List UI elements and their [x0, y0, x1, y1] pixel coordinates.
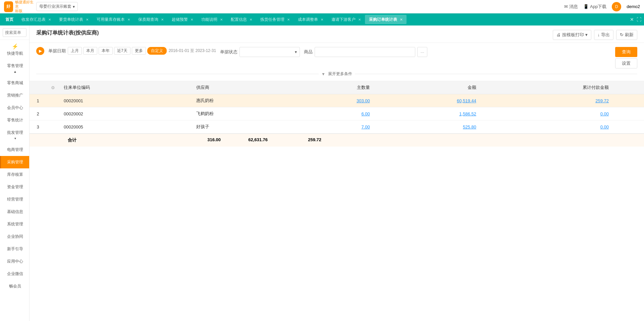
- tab-baoshanqi[interactable]: 保质期查询 ✕: [134, 15, 168, 24]
- tab-keyongliang[interactable]: 可用量库存账本 ✕: [93, 15, 134, 24]
- close-tab-yaoqing[interactable]: ✕: [358, 18, 361, 21]
- close-tab-keyongliang[interactable]: ✕: [127, 18, 130, 21]
- sidebar-item-member[interactable]: 会员中心: [0, 102, 29, 114]
- export-button[interactable]: ↓ 导出: [594, 30, 614, 40]
- sidebar-item-marketing[interactable]: 营销推广: [0, 89, 29, 102]
- date-range-display: 2016-01-01 至 2023-12-31: [169, 48, 216, 54]
- sidebar-search-input[interactable]: [3, 28, 26, 37]
- close-tab-caigou[interactable]: ✕: [400, 18, 402, 21]
- row-num-2: 3: [30, 120, 46, 133]
- date-filter-label: 单据日期: [48, 48, 66, 54]
- sidebar-item-operations[interactable]: 经营管理: [0, 193, 29, 206]
- tab-chaochuyujing[interactable]: 超储预警 ✕: [168, 15, 197, 24]
- nav-right-icons: ✕ ⛶: [630, 17, 643, 22]
- last-7days-button[interactable]: 近7天: [114, 47, 130, 55]
- app-download-button[interactable]: 📱 App下载: [583, 4, 606, 10]
- col-extra-header: [613, 81, 644, 94]
- col-paid-header: 累计付款金额: [480, 81, 613, 94]
- sidebar-item-wechat[interactable]: 企业微信: [0, 268, 29, 280]
- sidebar-item-ecommerce[interactable]: 电商管理: [0, 144, 29, 156]
- column-settings-icon[interactable]: ⚙: [51, 85, 55, 90]
- sidebar-item-retail-stats[interactable]: 零售统计: [0, 114, 29, 126]
- row-amount-1[interactable]: 1,586.52: [374, 107, 480, 120]
- logo-icon: 好: [4, 1, 13, 12]
- close-tab-peizhi[interactable]: ✕: [250, 18, 252, 21]
- row-supplier-2: 好孩子: [192, 120, 291, 133]
- row-amount-2[interactable]: 525.80: [374, 120, 480, 133]
- close-all-tabs-icon[interactable]: ✕: [630, 17, 634, 22]
- settings-button[interactable]: 设置: [615, 58, 637, 68]
- col-quantity-header: 主数量: [291, 81, 374, 94]
- date-shortcuts: 上月 本月 本年 近7天 更多 自定义: [68, 47, 167, 55]
- tab-shoufahuihui[interactable]: 收发存汇总表 ✕: [17, 15, 55, 24]
- tab-peizhi[interactable]: 配置信息 ✕: [227, 15, 256, 24]
- row-paid-1[interactable]: 0.00: [480, 107, 613, 120]
- row-check-1: [46, 107, 60, 120]
- row-supplier-1: 飞鹤奶粉: [192, 107, 291, 120]
- sidebar-item-system[interactable]: 系统管理: [0, 218, 29, 230]
- tab-chengben[interactable]: 成本调整单 ✕: [294, 15, 327, 24]
- tab-yaoqing[interactable]: 邀请下游客户 ✕: [327, 15, 365, 24]
- col-settings-header[interactable]: ⚙: [46, 81, 60, 94]
- workspace-selector[interactable]: 母婴行业演示账套 ▾: [36, 2, 78, 11]
- sidebar-item-quick-nav[interactable]: ⚡ 快捷导航: [0, 40, 29, 60]
- sidebar-item-finance[interactable]: 资金管理: [0, 181, 29, 193]
- row-qty-2[interactable]: 7.00: [291, 120, 374, 133]
- tab-caigou[interactable]: 采购订单统计表 ✕: [365, 15, 407, 24]
- goods-select[interactable]: [315, 47, 415, 57]
- sidebar-item-retail-shop[interactable]: 零售商城: [0, 77, 29, 89]
- close-tab-yaohuo[interactable]: ✕: [86, 18, 89, 21]
- tab-yaohuo[interactable]: 要货单统计表 ✕: [55, 15, 93, 24]
- tab-gongneng[interactable]: 功能说明 ✕: [197, 15, 227, 24]
- row-paid-2[interactable]: 0.00: [480, 120, 613, 133]
- row-extra-1: [613, 107, 644, 120]
- sidebar-item-purchase[interactable]: 采购管理: [0, 156, 29, 168]
- custom-date-button[interactable]: 自定义: [147, 47, 167, 55]
- expand-icon: ▼: [321, 72, 325, 76]
- table-row: 3 00020005 好孩子 7.00 525.80 0.00: [30, 120, 644, 133]
- status-select[interactable]: ▾: [239, 47, 300, 57]
- maximize-icon[interactable]: ⛶: [637, 17, 641, 22]
- sidebar-item-app-center[interactable]: 应用中心: [0, 255, 29, 268]
- close-tab-gongneng[interactable]: ✕: [220, 18, 223, 21]
- close-tab-baoshanqi[interactable]: ✕: [161, 18, 164, 21]
- sidebar-item-vip[interactable]: 畅会员: [0, 280, 29, 292]
- template-print-button[interactable]: 🖨 按模板打印 ▾: [553, 30, 591, 40]
- table-footer: 合计 316.00 62,631.76 259.72: [30, 133, 644, 147]
- this-month-button[interactable]: 本月: [83, 47, 97, 55]
- footer-supplier-spacer: [117, 137, 184, 143]
- tab-home[interactable]: 首页: [1, 15, 17, 24]
- more-date-button[interactable]: 更多: [132, 47, 146, 55]
- close-tab-chengben[interactable]: ✕: [321, 18, 323, 21]
- export-icon: ↓: [598, 32, 600, 37]
- quick-nav-label: 快捷导航: [7, 51, 23, 56]
- message-button[interactable]: ✉ 消息: [564, 4, 578, 10]
- sidebar-item-basic[interactable]: 基础信息: [0, 206, 29, 218]
- tab-pinhuo[interactable]: 拣货任务管理 ✕: [256, 15, 294, 24]
- sidebar-item-wholesale[interactable]: 批发管理 ▾: [0, 126, 29, 144]
- close-tab-pinhuo[interactable]: ✕: [287, 18, 290, 21]
- close-tab-shoufahuihui[interactable]: ✕: [48, 18, 51, 21]
- last-month-button[interactable]: 上月: [68, 47, 82, 55]
- row-qty-0[interactable]: 303.00: [291, 94, 374, 107]
- close-tab-chaochuyujing[interactable]: ✕: [191, 18, 193, 21]
- row-paid-0[interactable]: 259.72: [480, 94, 613, 107]
- expand-conditions-row[interactable]: ▼ 展开更多条件: [36, 71, 637, 77]
- sidebar-item-retail[interactable]: 零售管理 ▲: [0, 60, 29, 77]
- sidebar-item-enterprise[interactable]: 企业协同: [0, 230, 29, 243]
- filter-toggle-button[interactable]: ▶: [36, 47, 44, 55]
- refresh-button[interactable]: ↻ 刷新: [616, 30, 637, 40]
- refresh-icon: ↻: [620, 32, 624, 37]
- search-button[interactable]: 查询: [615, 47, 637, 57]
- col-amount-header: 金额: [374, 81, 480, 94]
- row-amount-0[interactable]: 60,519.44: [374, 94, 480, 107]
- top-bar: 好 畅捷通好生意 标版 母婴行业演示账套 ▾ ✉ 消息 📱 App下载 D de…: [0, 0, 644, 13]
- this-year-button[interactable]: 本年: [99, 47, 113, 55]
- sidebar-item-newbie[interactable]: 新手引导: [0, 243, 29, 255]
- goods-more-button[interactable]: ···: [417, 47, 427, 57]
- row-qty-1[interactable]: 6.00: [291, 107, 374, 120]
- goods-label: 商品: [304, 49, 313, 55]
- chevron-down-icon: ▾: [73, 4, 75, 9]
- avatar[interactable]: D: [612, 2, 621, 11]
- sidebar-item-stock[interactable]: 库存核算: [0, 168, 29, 181]
